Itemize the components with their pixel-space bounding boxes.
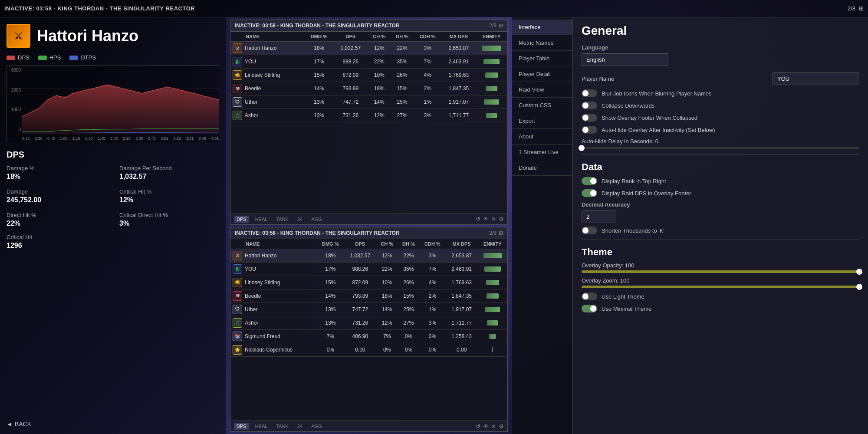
zoom-thumb[interactable]	[856, 284, 862, 290]
toggle-blur[interactable]	[582, 89, 597, 97]
toggle-raid-dps[interactable]	[582, 189, 597, 197]
cell-name: ⚔ Hattori Hanzo	[230, 42, 304, 55]
checkboxes-section: Blur Job Icons When Blurring Player Name…	[582, 89, 859, 134]
cell-ch: 10%	[376, 276, 398, 289]
table-row[interactable]: 👊 Lindsey Stirling 15% 872.09 10% 26% 4%…	[230, 69, 507, 82]
col-dps-b: DPS	[344, 239, 376, 249]
overlay-header-bottom: INACTIVE: 03:58 - KING THORDAN - THE SIN…	[230, 227, 507, 239]
sidebar-item-player-detail[interactable]: Player Detail	[512, 66, 572, 82]
cell-mxdps: 1,711.77	[441, 109, 476, 122]
undo-icon-bottom[interactable]: ↺	[476, 423, 480, 430]
sidebar-item-player-table[interactable]: Player Table	[512, 51, 572, 66]
table-row[interactable]: ⭐ Nicolaus Copernicus 0% 0.00 0% 0% 0% 0…	[230, 343, 507, 356]
cell-cdh: 2%	[419, 289, 445, 302]
toggle-light-theme[interactable]	[582, 293, 597, 300]
col-name: NAME	[230, 32, 304, 42]
opacity-slider[interactable]	[582, 270, 859, 273]
player-job-symbol: ⚔	[14, 30, 23, 42]
table-row[interactable]: 🛡 Uther 13% 747.72 14% 25% 1% 1,917.07	[230, 95, 507, 109]
close-icon-bottom[interactable]: ✕	[491, 423, 496, 430]
table-row[interactable]: ⚒ Beedle 14% 793.89 18% 15% 2% 1,847.35	[230, 289, 507, 302]
table-row[interactable]: ⚒ Beedle 14% 793.89 18% 15% 2% 1,847.35	[230, 82, 507, 95]
cell-ch: 14%	[368, 95, 391, 109]
tab-24-bottom[interactable]: 24	[295, 423, 305, 430]
toggle-shorten[interactable]	[582, 227, 597, 234]
toggle-collapse[interactable]	[582, 102, 597, 109]
tab-row-top: DPS HEAL TANK 24 AGG ↺ 👁 ✕ ⚙	[230, 214, 507, 224]
cell-dh: 35%	[391, 55, 414, 69]
toggle-footer[interactable]	[582, 114, 597, 122]
cell-ch: 18%	[376, 289, 398, 302]
stats-title: DPS	[7, 150, 219, 160]
table-row[interactable]: 🎵 Ashor 13% 731.26 12% 27% 3% 1,711.77	[230, 316, 507, 329]
auto-hide-thumb[interactable]	[579, 145, 585, 151]
job-icon: 🎵	[233, 318, 242, 328]
table-row[interactable]: ⚔ Hattori Hanzo 18% 1,032.57 12% 22% 3% …	[230, 42, 507, 55]
tab-heal-top[interactable]: HEAL	[253, 216, 270, 223]
toggle-autohide[interactable]	[582, 126, 597, 134]
cell-cdh: 1%	[414, 95, 441, 109]
chart-y-axis: 3000 2000 1000 0	[7, 66, 22, 134]
checkbox-collapse-row: Collapse Downwards	[582, 102, 859, 109]
eye-icon-bottom[interactable]: 👁	[483, 423, 489, 430]
tab-dps-bottom[interactable]: DPS	[234, 423, 249, 430]
sidebar-item-export[interactable]: Export	[512, 113, 572, 129]
tab-agg-bottom[interactable]: AGG	[309, 423, 324, 430]
language-section-label: Language	[582, 44, 859, 51]
settings-icon-bottom[interactable]: ⚙	[499, 423, 504, 430]
settings-icon-top[interactable]: ⚙	[499, 216, 504, 222]
job-icon: 🛡	[233, 305, 242, 314]
enmity-bar	[487, 293, 499, 299]
cell-dps: 872.09	[333, 69, 368, 82]
player-name-input[interactable]	[773, 72, 859, 85]
cell-ch: 22%	[376, 262, 398, 276]
zoom-slider[interactable]	[582, 286, 859, 288]
table-row[interactable]: 🎵 Ashor 13% 731.26 12% 27% 3% 1,711.77	[230, 109, 507, 122]
opacity-thumb[interactable]	[856, 269, 862, 275]
sidebar-item-streamer[interactable]: 1 Streamer Live	[512, 145, 572, 160]
cell-enmity	[478, 302, 507, 316]
cell-dmg-pct: 14%	[304, 82, 333, 95]
table-row[interactable]: 📚 Sigmund Freud 7% 406.90 7% 0% 0% 1,258…	[230, 329, 507, 343]
table-row[interactable]: 🛡 Uther 13% 747.72 14% 25% 1% 1,917.07	[230, 302, 507, 316]
table-row[interactable]: 🐉 YOU 17% 988.26 22% 35% 7% 2,463.91	[230, 262, 507, 276]
eye-icon-top[interactable]: 👁	[483, 216, 489, 222]
sidebar-item-donate[interactable]: Donate	[512, 160, 572, 176]
tab-dps-top[interactable]: DPS	[234, 216, 249, 223]
sidebar-item-raid-view[interactable]: Raid View	[512, 82, 572, 98]
legend-dtps: DTPS	[69, 54, 96, 61]
table-header-top: NAME DMG % DPS CH % DH % CDH % MX DPS EN…	[230, 32, 507, 42]
y-label-0: 0	[7, 127, 22, 132]
tab-tank-bottom[interactable]: TANK	[273, 423, 291, 430]
tab-agg-top[interactable]: AGG	[309, 216, 324, 223]
toggle-minimal-theme[interactable]	[582, 305, 597, 312]
back-button[interactable]: ◄ BACK	[7, 421, 31, 427]
cell-dmg-pct: 15%	[304, 69, 333, 82]
tab-tank-top[interactable]: TANK	[273, 216, 291, 223]
cell-ch: 0%	[376, 343, 398, 356]
expand-icon[interactable]: ⊞	[859, 5, 864, 12]
undo-icon-top[interactable]: ↺	[476, 216, 480, 222]
tab-heal-bottom[interactable]: HEAL	[253, 423, 270, 430]
tab-24-top[interactable]: 24	[295, 216, 305, 223]
divider-1	[582, 155, 859, 155]
sidebar-item-interface[interactable]: Interface	[512, 20, 572, 35]
table-row[interactable]: 👊 Lindsey Stirling 15% 872.09 10% 26% 4%…	[230, 276, 507, 289]
cell-dmg-pct: 13%	[317, 302, 344, 316]
overlay-expand-icon[interactable]: ⊞	[499, 23, 503, 29]
close-icon-top[interactable]: ✕	[491, 216, 496, 222]
toggle-rank[interactable]	[582, 177, 597, 185]
table-row[interactable]: ⚔ Hattori Hanzo 18% 1,032.57 12% 22% 3% …	[230, 249, 507, 262]
data-section-title: Data	[582, 161, 859, 173]
language-input[interactable]	[582, 53, 668, 66]
sidebar-item-custom-css[interactable]: Custom CSS	[512, 98, 572, 113]
cell-name: 👊 Lindsey Stirling	[230, 69, 304, 82]
table-row[interactable]: 🐉 YOU 17% 988.26 22% 35% 7% 2,463.91	[230, 55, 507, 69]
decimal-input[interactable]	[582, 210, 616, 223]
auto-hide-slider-track[interactable]	[582, 147, 859, 149]
sidebar-item-about[interactable]: About	[512, 129, 572, 145]
col-dh: DH %	[391, 32, 414, 42]
sidebar-item-metric-names[interactable]: Metric Names	[512, 35, 572, 51]
overlay-expand-icon-bottom[interactable]: ⊞	[499, 230, 503, 236]
shorten-label: Shorten Thousands to 'K'	[602, 227, 859, 234]
